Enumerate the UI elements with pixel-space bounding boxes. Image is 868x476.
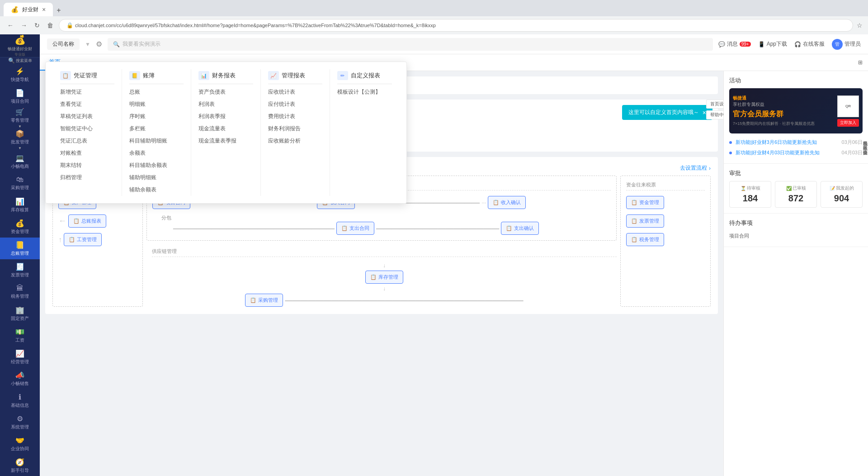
capital-mgmt-box[interactable]: 📋 资金管理 <box>626 196 664 209</box>
my-initiated-stat[interactable]: 📝 我发起的 904 <box>821 181 863 208</box>
clear-button[interactable]: 🗑 <box>45 20 55 31</box>
top-bar-left: 公司名称 ▼ ⚙ <box>47 38 102 50</box>
sidebar-item-sales[interactable]: 📣 小畅销售 <box>0 368 40 390</box>
dropdown-arrow-icon[interactable]: ▼ <box>85 41 90 48</box>
sidebar-item-tax[interactable]: 🏛 税务管理 <box>0 281 40 303</box>
top-bar: 公司名称 ▼ ⚙ 🔍 我要看实例演示 💬 消息 99+ 📱 App下载 <box>40 34 868 54</box>
menu-item-subject-balance[interactable]: 科目辅助余额表 <box>129 159 184 171</box>
sidebar-item-retail[interactable]: 🛒 零售管理 ▼ <box>0 107 40 129</box>
forward-button[interactable]: → <box>19 20 29 31</box>
sidebar-item-purchase[interactable]: 🛍 采购管理 <box>0 172 40 194</box>
menu-item-detail-ledger[interactable]: 明细账 <box>129 98 184 110</box>
sidebar-item-project[interactable]: 📄 项目合同 <box>0 86 40 107</box>
sidebar-item-wholesale[interactable]: 📦 批发管理 ▼ <box>0 129 40 151</box>
menu-item-add-voucher[interactable]: 新增凭证 <box>60 86 114 98</box>
menu-item-subject-detail[interactable]: 科目辅助明细账 <box>129 135 184 147</box>
tooltip-close-button[interactable]: × <box>703 109 706 116</box>
sidebar-item-salary[interactable]: 💵 工资 <box>0 324 40 346</box>
join-button[interactable]: 立即加入 <box>837 119 859 127</box>
menu-item-balance[interactable]: 余额表 <box>129 147 184 159</box>
menu-item-aux-balance[interactable]: 辅助余额表 <box>129 184 184 196</box>
tab-expand-icon[interactable]: ⊞ <box>856 57 864 67</box>
user-profile-button[interactable]: 管 管理员 <box>832 39 861 50</box>
sidebar-item-quick-nav[interactable]: ⚡ 快捷导航 <box>0 64 40 86</box>
menu-item-balance-sheet[interactable]: 资产负债表 <box>198 86 253 98</box>
sidebar-item-ecommerce[interactable]: 💻 小畅电商 <box>0 151 40 172</box>
menu-item-general-ledger[interactable]: 总账 <box>129 86 184 98</box>
menu-item-voucher-summary[interactable]: 凭证汇总表 <box>60 135 114 147</box>
menu-item-smart-center[interactable]: 智能凭证中心 <box>60 123 114 135</box>
revenue-confirm-box[interactable]: 📋 收入确认 <box>488 196 526 209</box>
sidebar-item-fixed-assets[interactable]: 🏢 固定资产 <box>0 303 40 324</box>
news-item-1[interactable]: 新功能|好业财3月6日功能更新抢先知 03月06日 <box>729 137 863 148</box>
menu-item-view-voucher[interactable]: 查看凭证 <box>60 98 114 110</box>
menu-item-period-close[interactable]: 期末结转 <box>60 159 114 171</box>
inventory-box[interactable]: 📋 库存管理 <box>365 271 403 284</box>
sidebar-item-collab[interactable]: 🤝 企业协同 <box>0 433 40 455</box>
online-service-button[interactable]: 🎧 在线客服 <box>794 40 825 48</box>
browser-tab[interactable]: 💰 好业财 × <box>4 3 53 16</box>
go-setup-link[interactable]: 去设置流程 › <box>680 164 711 172</box>
top-bar-search-area[interactable]: 🔍 我要看实例演示 <box>108 38 713 51</box>
sidebar-item-ledger[interactable]: 📒 总账管理 <box>0 238 40 259</box>
customer-service-button[interactable]: 客服热线 <box>859 136 868 139</box>
finance-report-title: 财务报表 <box>212 71 236 80</box>
menu-item-check[interactable]: 对账检查 <box>60 147 114 159</box>
menu-item-cashflow-quarterly[interactable]: 现金流量表季报 <box>198 135 253 147</box>
menu-item-receivable[interactable]: 应收统计表 <box>268 86 322 98</box>
expense-contract-box[interactable]: 📋 支出合同 <box>336 222 374 235</box>
sidebar-item-newbie[interactable]: 🧭 新手引导 <box>0 455 40 476</box>
desktop-shortcut-button[interactable]: 桌面快捷 <box>859 145 868 148</box>
service-community-button[interactable]: 服务社区 <box>859 140 868 144</box>
menu-item-aux-detail[interactable]: 辅助明细账 <box>129 171 184 184</box>
invoice-mgmt-box[interactable]: 📋 发票管理 <box>626 214 664 228</box>
menu-item-ar-aging[interactable]: 应收账龄分析 <box>268 135 322 147</box>
browser-actions: ☆ <box>857 22 863 29</box>
message-button[interactable]: 💬 消息 99+ <box>718 40 751 48</box>
tab-close-btn[interactable]: × <box>42 6 46 13</box>
ledger-header: 📒 账簿 <box>129 69 184 84</box>
ledger-box[interactable]: 📋 总账报表 <box>68 214 106 228</box>
reviewed-stat[interactable]: ✅ 已审核 872 <box>775 181 817 208</box>
activity-banner[interactable]: 畅捷通 享社群专属权益 官方会员服务群 7×15免费期间内在线解答 · 社群专属… <box>729 88 863 133</box>
sidebar-item-inventory[interactable]: 📊 库存核算 <box>0 194 40 216</box>
company-name: 公司名称 <box>47 38 80 50</box>
new-tab-button[interactable]: + <box>53 5 64 16</box>
menu-item-profit-report[interactable]: 财务利润报告 <box>268 123 322 135</box>
sidebar-search[interactable]: 🔍 搜索菜单 <box>0 57 40 64</box>
sidebar-item-system[interactable]: ⚙ 系统管理 <box>0 411 40 433</box>
back-button[interactable]: ← <box>5 20 15 31</box>
service-icon: 🎧 <box>794 41 801 48</box>
menu-item-archive[interactable]: 归档管理 <box>60 171 114 184</box>
pending-review-stat[interactable]: ⏳ 待审核 184 <box>729 181 771 208</box>
bookmark-button[interactable]: ☆ <box>857 22 863 29</box>
menu-item-seq-ledger[interactable]: 序时账 <box>129 110 184 123</box>
homepage-settings-link[interactable]: 首页设置 <box>706 100 723 109</box>
reload-button[interactable]: ↻ <box>33 20 42 31</box>
help-center-link[interactable]: 帮助中心 <box>706 110 723 119</box>
menu-item-profit-quarterly[interactable]: 利润表季报 <box>198 110 253 123</box>
menu-item-template[interactable]: 模板设计【公测】 <box>337 86 392 98</box>
address-input[interactable]: 🔒 cloud.chanjet.com/cc/u6d89qwnryel/57bf… <box>59 19 853 32</box>
salary-box[interactable]: 📋 工资管理 <box>64 233 102 246</box>
menu-item-profit-loss[interactable]: 利润表 <box>198 98 253 110</box>
todo-item-1[interactable]: 项目合同 <box>729 231 863 241</box>
sidebar-item-basic-info[interactable]: ℹ 基础信息 <box>0 390 40 411</box>
sidebar-item-capital[interactable]: 💰 资金管理 <box>0 216 40 238</box>
tax-mgmt-box[interactable]: 📋 税务管理 <box>626 233 664 246</box>
menu-item-expense-stats[interactable]: 费用统计表 <box>268 110 322 123</box>
alloc-label: 分包 <box>161 214 171 221</box>
invoice-mgmt-icon: 📋 <box>631 218 637 224</box>
menu-item-cashflow[interactable]: 现金流量表 <box>198 123 253 135</box>
menu-item-draft-voucher[interactable]: 草稿凭证列表 <box>60 110 114 123</box>
sidebar-item-invoice[interactable]: 🧾 发票管理 <box>0 259 40 281</box>
procurement-box[interactable]: 📋 采购管理 <box>245 294 283 307</box>
news-item-2[interactable]: 新功能|好业财4月03日功能更新抢先知 04月03日 <box>729 148 863 158</box>
sidebar-item-operations[interactable]: 📈 经营管理 <box>0 346 40 368</box>
expense-confirm-box[interactable]: 📋 支出确认 <box>501 222 539 235</box>
menu-item-payable[interactable]: 应付统计表 <box>268 98 322 110</box>
settings-gear-icon[interactable]: ⚙ <box>96 40 102 48</box>
app-download-button[interactable]: 📱 App下载 <box>758 40 787 48</box>
menu-item-multi-ledger[interactable]: 多栏账 <box>129 123 184 135</box>
newbie-icon: 🧭 <box>15 458 24 466</box>
